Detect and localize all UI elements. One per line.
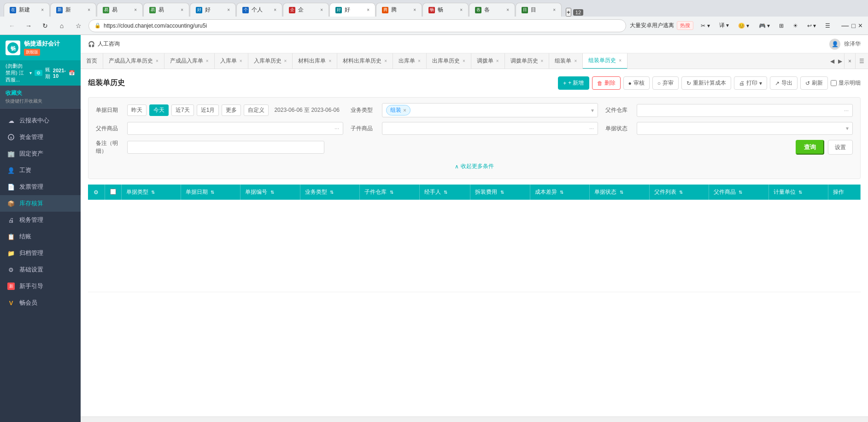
browser-tab-1[interactable]: 在 新建 × [4,3,50,17]
company-selector[interactable]: (勿删勿禁用) 江西服... ▾ ⚙ 账期 2021-10 📅 [0,60,81,86]
tab-1-close[interactable]: × [41,7,44,12]
tab-out-hist-close[interactable]: × [463,58,465,64]
tab-prod-in[interactable]: 产成品入库单 × [164,53,215,69]
browser-tab-12[interactable]: 目 目 × [516,3,562,17]
tab-transfer[interactable]: 调拨单 × [471,53,505,69]
col-doc-status[interactable]: 单据状态 ⇅ [590,185,649,200]
browser-tab-8[interactable]: 好 好 × [329,3,375,17]
sidebar-item-cloud-report[interactable]: ☁ 云报表中心 [0,112,81,129]
tab-6-close[interactable]: × [274,7,276,12]
maximize-button[interactable]: □ [851,22,855,30]
tab-2-close[interactable]: × [88,7,90,12]
delete-button[interactable]: 🗑 删除 [592,76,621,90]
tabs-close-others[interactable]: × [844,53,855,69]
approve-button[interactable]: ● 审核 [623,76,650,90]
col-handler[interactable]: 经手人 ⇅ [419,185,470,200]
sidebar-item-guide[interactable]: 新 新手引导 [0,278,81,295]
col-unit[interactable]: 计量单位 ⇅ [768,185,828,200]
tab-out-single[interactable]: 出库单 × [393,53,427,69]
col-disassembly-fee[interactable]: 拆装费用 ⇅ [470,185,530,200]
col-doc-date[interactable]: 单据日期 ⇅ [181,185,240,200]
new-tab-button[interactable]: + [566,8,571,17]
date-btn-7days[interactable]: 近7天 [171,104,194,116]
tab-mat-out-hist-close[interactable]: × [384,58,387,64]
status-dropdown[interactable]: ▾ [846,125,849,132]
game-button[interactable]: 🎮 ▾ [755,21,774,31]
sidebar-item-fixed-asset[interactable]: 🏢 固定资产 [0,145,81,162]
tab-prod-in-hist-close[interactable]: × [156,58,158,64]
sidebar-item-inventory[interactable]: 📦 库存核算 [0,195,81,212]
show-detail-checkbox[interactable] [831,80,837,86]
browser-tab-7[interactable]: 企 企 × [283,3,329,17]
col-child-warehouse[interactable]: 子件仓库 ⇅ [360,185,419,200]
tab-assembly-hist[interactable]: 组装单历史 × [583,53,628,69]
tab-in-hist[interactable]: 入库单历史 × [248,53,293,69]
tab-assembly[interactable]: 组装单 × [549,53,583,69]
col-cost-diff[interactable]: 成本差异 ⇅ [530,185,589,200]
close-button[interactable]: × [858,22,862,30]
tab-transfer-close[interactable]: × [496,58,499,64]
tab-home[interactable]: 首页 [81,53,103,69]
sidebar-item-invoice[interactable]: 📄 发票管理 [0,179,81,195]
col-gear[interactable]: ⚙ [88,185,105,200]
settings-icon-btn[interactable]: ⚙ [35,70,42,76]
home-button[interactable]: ⌂ [55,19,68,32]
add-button[interactable]: + + 新增 [558,76,589,90]
browser-tab-5[interactable]: 好 好 × [190,3,236,17]
tab-3-close[interactable]: × [134,7,137,12]
address-bar[interactable]: 🔒 https://cloud.chanjet.com/accounting/u… [88,19,626,32]
bottom-scrollbar[interactable] [81,416,868,422]
settings-filter-button[interactable]: 设置 [828,140,853,155]
sidebar-item-archive[interactable]: 📁 归档管理 [0,245,81,261]
date-btn-custom[interactable]: 自定义 [244,104,269,116]
query-button[interactable]: 查询 [796,140,824,155]
tab-in-hist-close[interactable]: × [284,58,287,64]
forward-button[interactable]: → [22,19,35,32]
tabs-scroll-right[interactable]: ▶ [836,53,844,69]
col-parent-goods[interactable]: 父件商品 ⇅ [709,185,768,200]
tabs-more-menu[interactable]: ☰ [855,53,868,69]
browser-tab-10[interactable]: 畅 畅 × [422,3,469,17]
date-btn-today[interactable]: 今天 [149,104,169,116]
tab-in-single[interactable]: 入库单 × [215,53,248,69]
show-detail-checkbox-wrapper[interactable]: 显示明细 [831,79,861,87]
cut-button[interactable]: ✂ ▾ [697,21,713,31]
biz-type-input[interactable]: 组装 × ▾ [382,103,598,117]
browser-tab-11[interactable]: 各 各 × [469,3,515,17]
tab-9-close[interactable]: × [413,7,416,12]
tab-7-close[interactable]: × [320,7,323,12]
browser-tab-3[interactable]: 易 易 × [97,3,143,17]
biz-type-dropdown[interactable]: ▾ [591,107,594,114]
col-doc-no[interactable]: 单据编号 ⇅ [240,185,300,200]
parent-goods-dots[interactable]: ··· [334,125,339,132]
biz-type-tag-remove[interactable]: × [403,107,406,114]
parent-warehouse-input[interactable]: ··· [637,104,853,117]
tab-prod-in-hist[interactable]: 产成品入库单历史 × [103,53,164,69]
sidebar-item-checkout[interactable]: 📋 结账 [0,228,81,245]
collapse-bar[interactable]: ∧ 收起更多条件 [96,160,853,173]
export-button[interactable]: ↗ 导出 [770,76,798,90]
sidebar-item-member[interactable]: V 畅会员 [0,295,81,311]
menu-button[interactable]: ☰ [821,21,834,31]
col-doc-type[interactable]: 单据类型 ⇅ [121,185,181,200]
emoji-button[interactable]: 😊 ▾ [734,21,753,31]
back-button[interactable]: ← [6,19,18,32]
select-all-checkbox[interactable] [110,189,116,195]
recalc-button[interactable]: ↻ 重新计算成本 [681,76,731,90]
grid-button[interactable]: ⊞ [775,21,787,31]
abandon-button[interactable]: ○ 弃审 [652,76,679,90]
browser-tab-6[interactable]: 个 个人 × [236,3,282,17]
tab-out-single-close[interactable]: × [418,58,421,64]
print-button[interactable]: 🖨 打印 ▾ [734,76,767,90]
tab-8-close[interactable]: × [367,7,369,12]
browser-tab-4[interactable]: 易 易 × [143,3,189,17]
tab-10-close[interactable]: × [460,7,463,12]
remarks-input[interactable] [127,141,324,154]
bookmark-sub[interactable]: 快捷键打开收藏夹 [6,98,75,104]
reload-button[interactable]: ↻ [39,19,52,32]
bookmark-button[interactable]: ☆ [72,19,85,32]
child-goods-dots[interactable]: ··· [589,125,594,132]
tab-assembly-hist-close[interactable]: × [619,58,622,63]
tabs-scroll-left[interactable]: ◀ [828,53,836,69]
calendar-icon[interactable]: 📅 [69,70,75,76]
